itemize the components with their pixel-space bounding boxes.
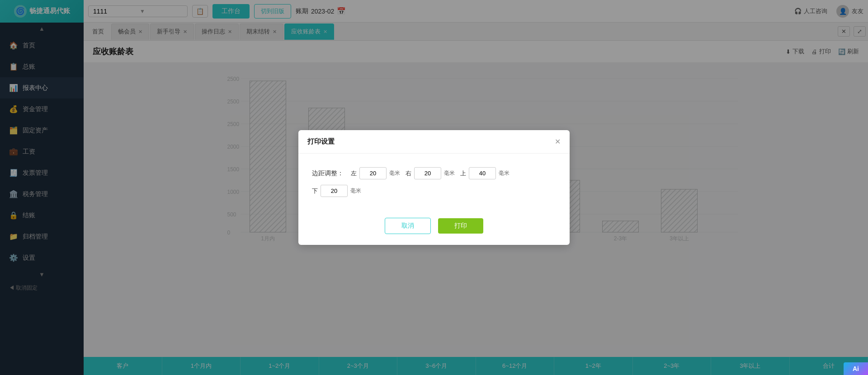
margin-label: 边距调整： [312, 169, 344, 178]
print-confirm-button[interactable]: 打印 [438, 218, 483, 234]
top-margin-input[interactable] [469, 167, 496, 179]
modal-close-button[interactable]: ✕ [555, 137, 561, 146]
modal-footer: 取消 打印 [298, 211, 570, 245]
modal-header: 打印设置 ✕ [298, 130, 570, 154]
top-margin-group: 上 毫米 [460, 167, 509, 179]
left-margin-label: 左 [351, 169, 357, 178]
modal-overlay: 打印设置 ✕ 边距调整： 左 毫米 右 毫米 上 毫米 [0, 0, 868, 375]
left-margin-input[interactable] [359, 167, 387, 179]
bottom-margin-input[interactable] [321, 185, 348, 197]
bottom-margin-group: 下 毫米 [312, 185, 361, 197]
right-margin-input[interactable] [414, 167, 441, 179]
right-mm-label: 毫米 [444, 169, 455, 177]
left-mm-label: 毫米 [389, 169, 400, 177]
ai-label: Ai [853, 365, 859, 372]
top-margin-label: 上 [460, 169, 466, 178]
bottom-mm-label: 毫米 [350, 187, 361, 195]
right-margin-group: 右 毫米 [406, 167, 455, 179]
ai-badge[interactable]: Ai [844, 362, 868, 375]
modal-title: 打印设置 [307, 137, 335, 146]
right-margin-label: 右 [406, 169, 411, 178]
cancel-button[interactable]: 取消 [385, 218, 431, 234]
print-dialog: 打印设置 ✕ 边距调整： 左 毫米 右 毫米 上 毫米 [298, 130, 570, 245]
modal-body: 边距调整： 左 毫米 右 毫米 上 毫米 下 [298, 154, 570, 211]
margin-settings-row: 边距调整： 左 毫米 右 毫米 上 毫米 下 [312, 167, 556, 197]
top-mm-label: 毫米 [499, 169, 509, 177]
bottom-margin-label: 下 [312, 187, 318, 195]
left-margin-group: 左 毫米 [351, 167, 400, 179]
